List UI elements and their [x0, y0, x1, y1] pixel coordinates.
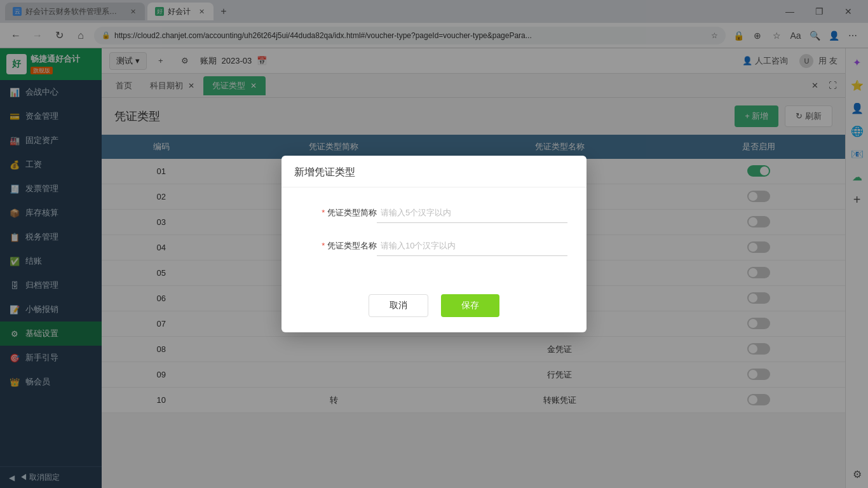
cancel-button[interactable]: 取消	[369, 294, 428, 317]
modal-header: 新增凭证类型	[281, 156, 587, 187]
full-name-input[interactable]	[377, 236, 567, 256]
full-name-label: 凭证类型名称	[301, 240, 377, 252]
modal-body: 凭证类型简称 凭证类型名称	[281, 187, 587, 284]
add-voucher-type-modal: 新增凭证类型 凭证类型简称 凭证类型名称 取消 保存	[281, 156, 587, 332]
form-row-full-name: 凭证类型名称	[301, 236, 567, 256]
short-name-label: 凭证类型简称	[301, 207, 377, 219]
modal-overlay: 新增凭证类型 凭证类型简称 凭证类型名称 取消 保存	[0, 0, 868, 488]
modal-footer: 取消 保存	[281, 284, 587, 332]
save-button[interactable]: 保存	[441, 294, 499, 317]
modal-title: 新增凭证类型	[294, 166, 355, 177]
form-row-short-name: 凭证类型简称	[301, 203, 567, 223]
short-name-input[interactable]	[377, 203, 567, 223]
